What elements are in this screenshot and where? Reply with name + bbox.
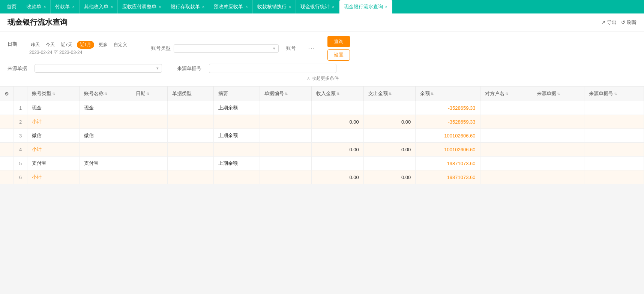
action-buttons: 查询 设置 <box>327 36 350 61</box>
sort-icon-date: ⇅ <box>146 92 149 96</box>
cell-source_doc <box>532 157 584 170</box>
date-shortcut-3[interactable]: 近1月 <box>77 41 95 49</box>
source-doc-select[interactable]: ▾ <box>35 64 162 73</box>
col-header-source_doc_no[interactable]: 来源单据号⇅ <box>584 87 644 101</box>
col-header-income[interactable]: 收入金额⇅ <box>312 87 364 101</box>
sort-icon-expense: ⇅ <box>389 92 392 96</box>
date-shortcut-2[interactable]: 近7天 <box>59 41 74 49</box>
nav-tab-7[interactable]: 现金银行统计× <box>296 0 339 13</box>
cell-num: 6 <box>14 170 27 184</box>
nav-tab-5[interactable]: 预收冲应收单× <box>209 0 252 13</box>
cell-income: 0.00 <box>312 170 364 184</box>
cell-account_name <box>79 170 131 184</box>
cell-source_doc_no <box>584 101 644 115</box>
col-header-counterparty[interactable]: 对方户名⇅ <box>480 87 532 101</box>
close-tab-icon-5[interactable]: × <box>245 4 248 9</box>
cell-source_doc_no <box>584 143 644 157</box>
nav-tab-3[interactable]: 应收应付调整单× <box>118 0 166 13</box>
table-row: 2小计0.000.00-3528659.33 <box>0 115 644 129</box>
col-header-date[interactable]: 日期⇅ <box>131 87 168 101</box>
cell-account_name: 微信 <box>79 129 131 143</box>
cell-doc_type <box>168 115 214 129</box>
source-doc-no-label: 来源单据号 <box>177 65 201 72</box>
date-shortcut-5[interactable]: 自定义 <box>112 41 129 49</box>
date-shortcut-0[interactable]: 昨天 <box>29 41 41 49</box>
cell-source_doc_no <box>584 157 644 170</box>
cell-date <box>131 143 168 157</box>
close-tab-icon-0[interactable]: × <box>44 4 46 9</box>
gear-icon[interactable]: ⚙ <box>5 91 9 97</box>
cell-source_doc <box>532 143 584 157</box>
col-header-doc_no[interactable]: 单据编号⇅ <box>260 87 312 101</box>
nav-tab-4[interactable]: 银行存取款单× <box>166 0 209 13</box>
cell-doc_type <box>168 101 214 115</box>
col-header-account_name[interactable]: 账号名称⇅ <box>79 87 131 101</box>
cell-expense <box>363 129 416 143</box>
cell-source_doc <box>532 170 584 184</box>
top-nav: 首页 收款单×付款单×其他收入单×应收应付调整单×银行存取款单×预收冲应收单×收… <box>0 0 644 13</box>
date-shortcut-4[interactable]: 更多 <box>97 41 109 49</box>
close-tab-icon-8[interactable]: × <box>385 4 387 9</box>
col-header-balance[interactable]: 余额⇅ <box>416 87 480 101</box>
sort-icon-source_doc_no: ⇅ <box>614 92 617 96</box>
close-tab-icon-1[interactable]: × <box>72 4 74 9</box>
table-row: 1现金现金上期余额-3528659.33 <box>0 101 644 115</box>
cell-summary: 上期余额 <box>213 129 260 143</box>
date-range-text: 2023-02-24 至 2023-03-24 <box>29 49 129 56</box>
col-header-source_doc[interactable]: 来源单据⇅ <box>532 87 584 101</box>
col-header-expense[interactable]: 支出金额⇅ <box>363 87 416 101</box>
cell-summary: 上期余额 <box>213 157 260 170</box>
refresh-button[interactable]: ↺ 刷新 <box>621 19 636 26</box>
close-tab-icon-3[interactable]: × <box>159 4 161 9</box>
cell-counterparty <box>480 115 532 129</box>
account-section: 账号 ··· <box>286 45 315 52</box>
date-shortcut-1[interactable]: 今天 <box>44 41 56 49</box>
cell-summary: 上期余额 <box>213 101 260 115</box>
settings-button[interactable]: 设置 <box>327 49 350 61</box>
close-tab-icon-2[interactable]: × <box>111 4 113 9</box>
collapse-label: 收起更多条件 <box>312 75 339 82</box>
cell-doc_no <box>260 170 312 184</box>
cell-doc_type <box>168 129 214 143</box>
collapse-bar[interactable]: ∧ 收起更多条件 <box>8 73 636 82</box>
table-row: 3微信微信上期余额100102606.60 <box>0 129 644 143</box>
cell-summary <box>213 143 260 157</box>
table-row: 5支付宝支付宝上期余额19871073.60 <box>0 157 644 170</box>
cell-settings <box>0 143 14 157</box>
sort-icon-balance: ⇅ <box>431 92 434 96</box>
cell-doc_no <box>260 157 312 170</box>
col-header-account_type[interactable]: 账号类型⇅ <box>27 87 80 101</box>
cell-income <box>312 101 364 115</box>
close-tab-icon-6[interactable]: × <box>289 4 291 9</box>
cell-counterparty <box>480 129 532 143</box>
cell-num: 2 <box>14 115 27 129</box>
close-tab-icon-4[interactable]: × <box>202 4 204 9</box>
cell-account_type: 小计 <box>27 170 80 184</box>
nav-tab-2[interactable]: 其他收入单× <box>80 0 118 13</box>
cell-summary <box>213 170 260 184</box>
nav-tab-1[interactable]: 付款单× <box>51 0 79 13</box>
cell-source_doc <box>532 101 584 115</box>
dots-icon[interactable]: ··· <box>308 45 315 52</box>
cell-balance: -3528659.33 <box>416 115 480 129</box>
cell-date <box>131 101 168 115</box>
export-label: 导出 <box>607 19 617 26</box>
close-tab-icon-7[interactable]: × <box>332 4 334 9</box>
nav-tab-0[interactable]: 收款单× <box>22 0 51 13</box>
export-icon: ↗ <box>601 19 605 25</box>
nav-tab-8[interactable]: 现金银行流水查询× <box>339 0 392 13</box>
cell-num: 1 <box>14 101 27 115</box>
export-button[interactable]: ↗ 导出 <box>601 19 617 26</box>
account-type-select[interactable]: ▾ <box>174 44 279 53</box>
filter-area: 日期 昨天今天近7天近1月更多自定义 2023-02-24 至 2023-03-… <box>0 31 644 87</box>
nav-home[interactable]: 首页 <box>2 0 22 13</box>
refresh-label: 刷新 <box>627 19 636 26</box>
filter-row-1: 日期 昨天今天近7天近1月更多自定义 2023-02-24 至 2023-03-… <box>8 36 636 61</box>
cell-account_type: 现金 <box>27 101 80 115</box>
cell-counterparty <box>480 157 532 170</box>
cell-account_name <box>79 143 131 157</box>
query-button[interactable]: 查询 <box>327 36 350 47</box>
cell-counterparty <box>480 170 532 184</box>
nav-tab-6[interactable]: 收款核销执行× <box>253 0 296 13</box>
source-doc-no-input[interactable] <box>209 64 336 73</box>
